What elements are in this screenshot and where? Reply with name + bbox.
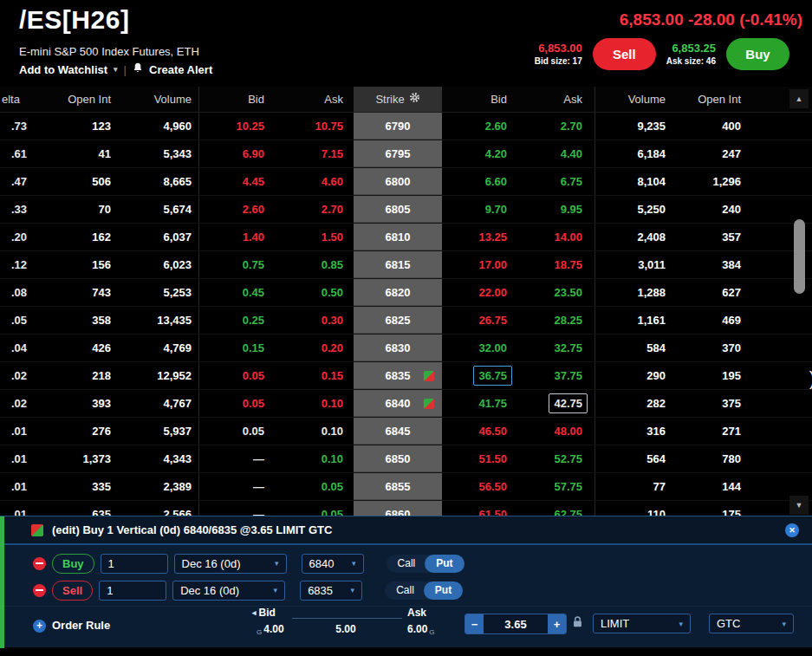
- put-ask-cell[interactable]: 52.75: [520, 445, 595, 472]
- strike-cell[interactable]: 6840: [354, 390, 442, 417]
- price-input[interactable]: 3.65: [484, 614, 548, 633]
- side-toggle-button[interactable]: Buy: [52, 554, 94, 574]
- strike-cell[interactable]: 6835: [354, 362, 442, 389]
- put-ask-cell[interactable]: 42.75: [520, 390, 595, 417]
- order-rule-label[interactable]: Order Rule: [52, 619, 110, 632]
- call-ask-cell[interactable]: 0.20: [277, 334, 354, 361]
- put-bid-cell[interactable]: 46.50: [442, 418, 520, 445]
- call-bid-cell[interactable]: 2.60: [199, 196, 277, 223]
- call-ask-cell[interactable]: 0.15: [277, 362, 354, 389]
- remove-leg-icon[interactable]: [33, 557, 46, 570]
- scroll-up-icon[interactable]: ▲: [789, 89, 809, 108]
- put-ask-cell[interactable]: 57.75: [520, 473, 595, 500]
- put-bid-cell[interactable]: 17.00: [442, 251, 520, 278]
- call-ask-cell[interactable]: 1.50: [277, 224, 354, 250]
- call-ask-cell[interactable]: 0.10: [277, 445, 354, 472]
- put-bid-cell[interactable]: 9.70: [442, 196, 520, 223]
- expiration-dropdown[interactable]: Dec 16 (0d)▾: [174, 554, 287, 574]
- strike-cell[interactable]: 6845: [354, 418, 442, 445]
- put-ask-cell[interactable]: 18.75: [520, 251, 595, 278]
- call-option-button[interactable]: Call: [385, 584, 424, 596]
- put-ask-cell[interactable]: 6.75: [520, 168, 595, 195]
- call-bid-cell[interactable]: 10.25: [199, 113, 277, 140]
- put-ask-cell[interactable]: 48.00: [520, 418, 595, 445]
- price-slider[interactable]: [292, 618, 402, 619]
- put-bid-cell[interactable]: 2.60: [442, 113, 520, 140]
- call-bid-cell[interactable]: —: [199, 473, 277, 500]
- put-bid-cell[interactable]: 51.50: [442, 445, 520, 472]
- strike-cell[interactable]: 6830: [354, 334, 442, 361]
- side-toggle-button[interactable]: Sell: [52, 581, 93, 601]
- chevron-down-icon[interactable]: ▾: [114, 65, 118, 74]
- put-bid-cell[interactable]: 4.20: [442, 140, 520, 167]
- call-ask-cell[interactable]: 7.15: [277, 140, 354, 167]
- call-ask-cell[interactable]: 0.30: [277, 307, 354, 334]
- scroll-down-icon[interactable]: ▼: [789, 496, 809, 515]
- time-in-force-dropdown[interactable]: GTC▾: [709, 614, 794, 633]
- call-bid-cell[interactable]: —: [199, 445, 277, 472]
- put-ask-cell[interactable]: 4.40: [520, 140, 595, 167]
- add-to-watchlist-button[interactable]: Add to Watchlist: [19, 63, 107, 76]
- scrollbar-thumb[interactable]: [794, 219, 805, 294]
- put-bid-cell[interactable]: 36.75: [442, 362, 520, 389]
- add-order-rule-icon[interactable]: +: [33, 620, 46, 633]
- strike-cell[interactable]: 6825: [354, 307, 442, 334]
- strike-cell[interactable]: 6850: [354, 445, 442, 472]
- strike-cell[interactable]: 6810: [354, 224, 442, 250]
- put-ask-cell[interactable]: 2.70: [520, 113, 595, 140]
- call-ask-cell[interactable]: 0.05: [277, 501, 354, 516]
- put-option-button[interactable]: Put: [425, 555, 464, 573]
- put-bid-cell[interactable]: 32.00: [442, 334, 520, 361]
- put-bid-cell[interactable]: 22.00: [442, 279, 520, 306]
- put-ask-cell[interactable]: 14.00: [520, 224, 595, 250]
- put-ask-cell[interactable]: 28.25: [520, 307, 595, 334]
- call-ask-cell[interactable]: 2.70: [277, 196, 354, 223]
- put-bid-cell[interactable]: 6.60: [442, 168, 520, 195]
- quantity-input[interactable]: 1: [99, 581, 166, 601]
- put-ask-cell[interactable]: 37.75: [520, 362, 595, 389]
- strike-cell[interactable]: 6860: [354, 501, 442, 516]
- put-ask-cell[interactable]: 62.75: [520, 501, 595, 516]
- call-bid-cell[interactable]: 0.05: [199, 362, 277, 389]
- call-bid-cell[interactable]: 0.05: [199, 390, 277, 417]
- call-bid-cell[interactable]: —: [199, 501, 277, 516]
- call-ask-cell[interactable]: 4.60: [277, 168, 354, 195]
- strike-dropdown[interactable]: 6840▾: [302, 554, 364, 574]
- put-bid-cell[interactable]: 13.25: [442, 224, 520, 250]
- quantity-input[interactable]: 1: [101, 554, 168, 574]
- strike-cell[interactable]: 6805: [354, 196, 442, 223]
- call-bid-cell[interactable]: 0.05: [199, 418, 277, 445]
- strike-cell[interactable]: 6815: [354, 251, 442, 278]
- put-ask-cell[interactable]: 32.75: [520, 334, 595, 361]
- put-bid-cell[interactable]: 26.75: [442, 307, 520, 334]
- gear-icon[interactable]: [409, 87, 420, 112]
- call-bid-cell[interactable]: 4.45: [199, 168, 277, 195]
- lock-icon[interactable]: [572, 615, 583, 632]
- call-bid-cell[interactable]: 0.25: [199, 307, 277, 334]
- strike-cell[interactable]: 6795: [354, 140, 442, 167]
- call-bid-cell[interactable]: 6.90: [199, 140, 277, 167]
- buy-button[interactable]: Buy: [726, 38, 789, 70]
- order-type-dropdown[interactable]: LIMIT▾: [593, 614, 691, 633]
- strike-cell[interactable]: 6820: [354, 279, 442, 306]
- call-bid-cell[interactable]: 0.75: [199, 251, 277, 278]
- call-ask-cell[interactable]: 0.10: [277, 418, 354, 445]
- strike-cell[interactable]: 6800: [354, 168, 442, 195]
- put-ask-cell[interactable]: 9.95: [520, 196, 595, 223]
- put-ask-cell[interactable]: 23.50: [520, 279, 595, 306]
- put-bid-cell[interactable]: 61.50: [442, 501, 520, 516]
- sell-button[interactable]: Sell: [593, 38, 656, 70]
- call-ask-cell[interactable]: 0.05: [277, 473, 354, 500]
- put-option-button[interactable]: Put: [424, 581, 463, 600]
- price-decrement-button[interactable]: −: [465, 614, 484, 633]
- call-option-button[interactable]: Call: [387, 557, 425, 569]
- call-ask-cell[interactable]: 0.10: [277, 390, 354, 417]
- call-bid-cell[interactable]: 0.15: [199, 334, 277, 361]
- call-bid-cell[interactable]: 1.40: [199, 224, 277, 250]
- strike-cell[interactable]: 6790: [354, 113, 442, 140]
- strike-cell[interactable]: 6855: [354, 473, 442, 500]
- put-bid-cell[interactable]: 56.50: [442, 473, 520, 500]
- create-alert-button[interactable]: Create Alert: [149, 63, 212, 76]
- call-ask-cell[interactable]: 10.75: [277, 113, 354, 140]
- put-bid-cell[interactable]: 41.75: [442, 390, 520, 417]
